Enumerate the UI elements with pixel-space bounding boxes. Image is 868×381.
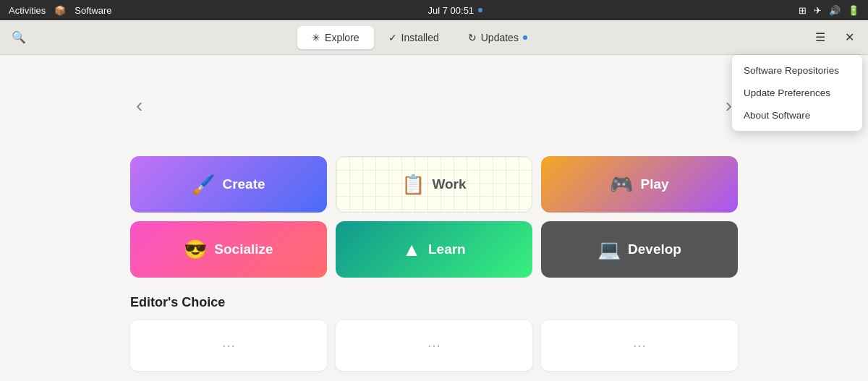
top-bar: Activities 📦 Software Jul 7 00:51 ⊞ ✈ 🔊 …: [0, 0, 868, 20]
editors-choice-title: Editor's Choice: [130, 295, 738, 310]
editor-card-3-placeholder: ···: [633, 336, 646, 355]
updates-icon: ↻: [468, 32, 477, 43]
dropdown-menu: Software Repositories Update Preferences…: [732, 55, 862, 131]
top-bar-center: Jul 7 00:51: [428, 5, 483, 16]
category-grid: 🖌️ Create 📋 Work 🎮 Play 😎 Socialize ▲ Le…: [130, 156, 738, 278]
category-socialize[interactable]: 😎 Socialize: [130, 221, 327, 278]
work-icon: 📋: [401, 174, 425, 196]
nav-tabs: ✳ Explore ✓ Installed ↻ Updates: [35, 26, 804, 49]
editor-card-1-placeholder: ···: [222, 336, 235, 355]
updates-dot: [523, 35, 527, 40]
app-icon: 📦: [54, 5, 66, 16]
play-label: Play: [640, 176, 668, 192]
carousel-area: ‹ ›: [130, 55, 738, 156]
socialize-icon: 😎: [184, 239, 207, 261]
header-actions: ☰ ✕: [807, 25, 862, 51]
close-button[interactable]: ✕: [836, 25, 862, 51]
close-icon: ✕: [845, 30, 854, 44]
editor-card-2[interactable]: ···: [336, 320, 532, 371]
tab-explore[interactable]: ✳ Explore: [297, 26, 373, 49]
editor-card-3[interactable]: ···: [541, 320, 738, 371]
carousel-inner: [148, 55, 719, 156]
airplane-icon: ✈: [814, 5, 822, 16]
editors-choice-section: Editor's Choice ··· ··· ···: [130, 295, 738, 371]
carousel-prev-button[interactable]: ‹: [130, 88, 148, 123]
explore-icon: ✳: [312, 32, 320, 43]
volume-icon: 🔊: [829, 5, 841, 16]
category-work[interactable]: 📋 Work: [336, 156, 532, 213]
create-icon: 🖌️: [192, 174, 215, 196]
category-play[interactable]: 🎮 Play: [541, 156, 738, 213]
learn-icon: ▲: [402, 239, 421, 261]
updates-label: Updates: [481, 32, 519, 43]
editor-card-1[interactable]: ···: [130, 320, 327, 371]
dropdown-item-update-prefs[interactable]: Update Preferences: [732, 82, 862, 104]
category-create[interactable]: 🖌️ Create: [130, 156, 327, 213]
explore-label: Explore: [325, 32, 359, 43]
category-learn[interactable]: ▲ Learn: [336, 221, 532, 278]
develop-icon: 💻: [597, 239, 621, 261]
app-name-label: Software: [75, 5, 111, 16]
dropdown-item-repositories[interactable]: Software Repositories: [732, 59, 862, 82]
menu-button[interactable]: ☰: [807, 25, 833, 51]
app-window: 🔍 ✳ Explore ✓ Installed ↻ Updates ☰ ✕: [0, 20, 868, 381]
editors-grid: ··· ··· ···: [130, 320, 738, 371]
learn-label: Learn: [428, 241, 466, 257]
dropdown-item-about[interactable]: About Software: [732, 104, 862, 127]
socialize-label: Socialize: [214, 241, 273, 257]
work-label: Work: [432, 176, 466, 192]
notification-dot: [478, 8, 482, 12]
search-button[interactable]: 🔍: [6, 25, 32, 51]
category-develop[interactable]: 💻 Develop: [541, 221, 738, 278]
network-icon: ⊞: [799, 5, 807, 16]
tab-installed[interactable]: ✓ Installed: [374, 26, 454, 49]
header-bar: 🔍 ✳ Explore ✓ Installed ↻ Updates ☰ ✕: [0, 20, 868, 55]
installed-icon: ✓: [388, 32, 397, 43]
top-bar-left: Activities 📦 Software: [9, 5, 112, 16]
editor-card-2-placeholder: ···: [427, 336, 441, 355]
create-label: Create: [222, 176, 265, 192]
hamburger-icon: ☰: [815, 30, 825, 44]
installed-label: Installed: [401, 32, 439, 43]
tab-updates[interactable]: ↻ Updates: [454, 26, 542, 49]
develop-label: Develop: [628, 241, 681, 257]
activities-label[interactable]: Activities: [9, 5, 46, 16]
battery-icon: 🔋: [848, 5, 859, 16]
datetime-label: Jul 7 00:51: [428, 5, 475, 16]
top-bar-right: ⊞ ✈ 🔊 🔋: [799, 5, 859, 16]
play-icon: 🎮: [610, 174, 633, 196]
